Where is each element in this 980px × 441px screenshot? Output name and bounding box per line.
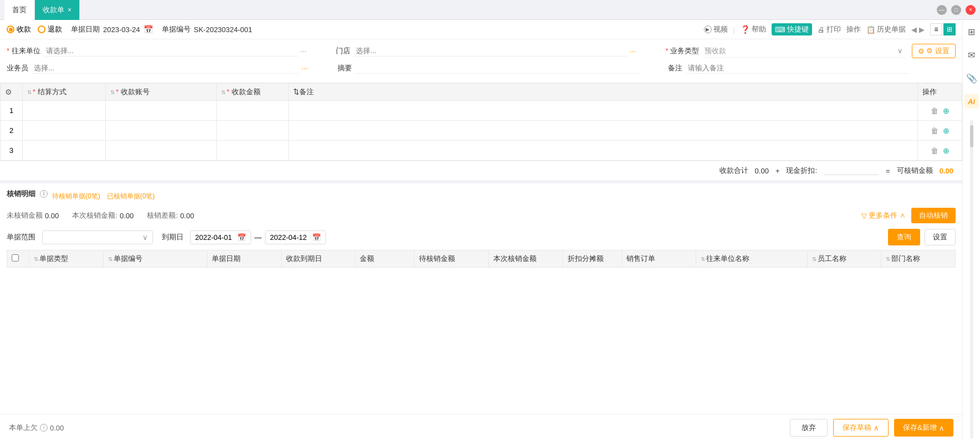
more-conditions-btn[interactable]: ▽ 更多条件 ∧ — [861, 211, 906, 221]
toolbar-history-btn[interactable]: 📋 历史单据 — [866, 24, 906, 34]
calendar-icon-from: 📅 — [237, 233, 246, 242]
current-value: 0.00 — [120, 212, 134, 220]
row1-delete-btn[interactable]: 🗑 — [931, 106, 938, 115]
layout-list-icon[interactable]: ≡ — [930, 23, 942, 35]
store-more-btn[interactable]: ··· — [630, 47, 636, 55]
scrollbar[interactable] — [970, 120, 973, 439]
date-from-input[interactable]: 2022-04-01 📅 — [190, 230, 251, 244]
summary-input[interactable] — [355, 63, 639, 74]
order-info-icon[interactable]: i — [40, 424, 48, 432]
window-minimize-button[interactable]: — — [937, 5, 947, 15]
toolbar-print-btn[interactable]: 🖨 打印 — [818, 24, 841, 34]
row3-account[interactable] — [106, 141, 217, 161]
auto-writeoff-btn[interactable]: 自动核销 — [911, 208, 956, 223]
salesperson-input[interactable] — [32, 63, 299, 74]
row3-remark[interactable] — [289, 141, 918, 161]
counterpart-more-btn[interactable]: ··· — [300, 47, 307, 55]
history-icon: 📋 — [866, 25, 875, 34]
select-all-checkbox[interactable] — [12, 254, 19, 261]
radio-shoukuan[interactable]: 收款 — [7, 24, 31, 34]
toolbar-operate-btn[interactable]: 操作 — [846, 24, 861, 34]
row2-delete-btn[interactable]: 🗑 — [931, 126, 938, 135]
th-employee: ⇅员工名称 — [807, 250, 881, 268]
row3-copy-btn[interactable]: ⊕ — [943, 146, 950, 155]
discount-input[interactable] — [824, 166, 879, 175]
query-button[interactable]: 查询 — [888, 229, 920, 245]
filter-icon: ▽ — [861, 212, 867, 220]
radio-tuidan[interactable]: 退款 — [38, 24, 62, 34]
row3-delete-btn[interactable]: 🗑 — [931, 146, 938, 155]
date-range: 到期日 2022-04-01 📅 — 2022-04-12 📅 — [162, 230, 326, 244]
row2-settle[interactable] — [23, 121, 106, 141]
th-doc-type: ⇅单据类型 — [29, 250, 104, 268]
save-draft-button[interactable]: 保存草稿 ∧ — [833, 419, 889, 437]
tab-done[interactable]: 已核销单据(0笔) — [107, 192, 155, 201]
tab-home[interactable]: 首页 — [4, 0, 35, 20]
row2-account[interactable] — [106, 121, 217, 141]
save-new-button[interactable]: 保存&新增 ∧ — [894, 419, 953, 437]
biztype-select[interactable]: 预收款 ∨ — [702, 45, 905, 58]
tab-active[interactable]: 收款单 × — [35, 0, 80, 20]
row2-amount[interactable] — [217, 121, 289, 141]
row1-account[interactable] — [106, 101, 217, 121]
settings-button[interactable]: ⚙ ⚙ 设置 — [912, 44, 956, 58]
writeoff-info-icon[interactable]: i — [40, 190, 48, 198]
nav-prev-icon[interactable]: ◀ — [911, 25, 917, 34]
counterpart-label: 往来单位 — [7, 46, 40, 56]
date-calendar-icon[interactable]: 📅 — [144, 25, 153, 34]
layout-grid-icon[interactable]: ⊞ — [943, 23, 956, 35]
writeoff-tabs: 待核销单据(0笔) 已核销单据(0笔) — [52, 192, 155, 201]
th-checkbox — [7, 250, 29, 268]
sidebar-ai-icon[interactable]: Ai — [964, 94, 979, 109]
row2-num: 2 — [1, 121, 23, 141]
table-gear-icon[interactable]: ⚙ — [5, 88, 12, 96]
store-field: 门店 ··· — [336, 45, 636, 57]
abandon-button[interactable]: 放弃 — [790, 419, 828, 437]
radio-group: 收款 退款 — [7, 24, 62, 34]
row1-settle[interactable] — [23, 101, 106, 121]
help-label: 帮助 — [752, 24, 766, 34]
row3-amount[interactable] — [217, 141, 289, 161]
scrollbar-thumb — [970, 125, 973, 147]
th-remark: ⇅备注 — [289, 84, 918, 101]
sidebar-mail-icon[interactable]: ✉ — [964, 48, 979, 62]
biztype-arrow-icon: ∨ — [897, 47, 903, 55]
save-draft-arrow: ∧ — [874, 424, 879, 432]
counterpart-input[interactable] — [44, 45, 298, 57]
th-amount: 金额 — [355, 250, 415, 268]
store-input[interactable] — [354, 45, 627, 57]
sidebar-table-icon[interactable]: ⊞ — [964, 24, 979, 39]
tab-home-label: 首页 — [12, 5, 27, 15]
tab-pending[interactable]: 待核销单据(0笔) — [52, 192, 100, 201]
writeoff-stats: 未核销金额 0.00 本次核销金额: 0.00 核销差额: 0.00 ▽ 更多条… — [7, 208, 956, 223]
toolbar-shortcut-btn[interactable]: ⌨ 快捷键 — [772, 23, 812, 35]
row1-amount[interactable] — [217, 101, 289, 121]
toolbar-help-btn[interactable]: ❓ 帮助 — [741, 24, 766, 34]
window-close-button[interactable]: × — [966, 5, 976, 15]
due-date-label: 到期日 — [162, 232, 183, 242]
window-maximize-button[interactable]: □ — [951, 5, 961, 15]
toolbar-video-btn[interactable]: ▶ 视频 — [704, 24, 728, 34]
row2-remark[interactable] — [289, 121, 918, 141]
writeoff-table-area: ⇅单据类型 ⇅单据编号 单据日期 收款到期日 — [7, 250, 956, 414]
th-due-date: 收款到期日 — [281, 250, 355, 268]
row2-copy-btn[interactable]: ⊕ — [943, 126, 950, 135]
row1-copy-btn[interactable]: ⊕ — [943, 106, 950, 115]
bottom-actions: 放弃 保存草稿 ∧ 保存&新增 ∧ — [790, 419, 953, 437]
th-settings[interactable]: ⚙ — [1, 84, 23, 101]
writeoff-settings-button[interactable]: 设置 — [925, 229, 956, 245]
row1-remark[interactable] — [289, 101, 918, 121]
discount-label: 现金折扣: — [786, 166, 817, 176]
scope-select[interactable]: ∨ — [42, 230, 153, 244]
date-to-input[interactable]: 2022-04-12 📅 — [265, 230, 326, 244]
remark-input[interactable] — [686, 63, 909, 74]
salesperson-more-btn[interactable]: ··· — [302, 64, 308, 73]
date-to-value: 2022-04-12 — [270, 233, 307, 242]
layout-icons: ≡ ⊞ — [930, 23, 956, 35]
table-row: 1 🗑 ⊕ — [1, 101, 962, 121]
form-row-1: 往来单位 ··· 门店 ··· 业务类型 — [7, 44, 956, 58]
tab-close-icon[interactable]: × — [68, 6, 72, 14]
nav-next-icon[interactable]: ▶ — [919, 25, 925, 34]
sidebar-clip-icon[interactable]: 📎 — [964, 71, 979, 85]
row3-settle[interactable] — [23, 141, 106, 161]
